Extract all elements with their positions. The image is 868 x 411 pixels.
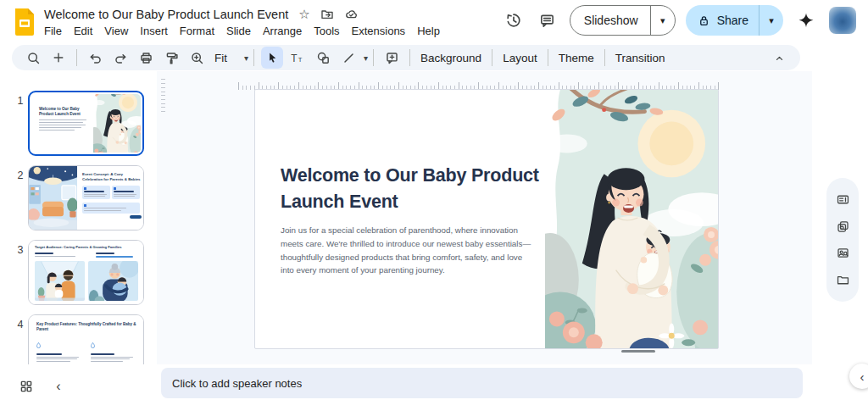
user-avatar[interactable] xyxy=(829,7,856,34)
collapse-toolbar-icon[interactable] xyxy=(768,47,790,69)
menu-help[interactable]: Help xyxy=(411,25,446,37)
slide-title-line1: Welcome to Our Baby Product xyxy=(281,163,552,189)
thumb2-pill xyxy=(130,215,142,219)
svg-text:T: T xyxy=(291,52,297,64)
canvas-scrollbar[interactable] xyxy=(621,350,655,353)
slide-number: 4 xyxy=(14,319,27,330)
gemini-sparkle-icon[interactable] xyxy=(793,8,819,33)
background-button[interactable]: Background xyxy=(415,52,487,64)
slide-canvas: Welcome to Our Baby Product Launch Event… xyxy=(157,71,812,364)
toolbar-divider xyxy=(492,49,492,66)
contact-card-icon[interactable] xyxy=(832,190,853,210)
comment-history-icon[interactable] xyxy=(536,8,559,32)
speaker-notes-input[interactable]: Click to add speaker notes xyxy=(161,368,803,398)
thumb1-illustration xyxy=(93,94,141,153)
slide-number: 1 xyxy=(14,95,27,107)
slide-thumbnail-3[interactable]: Target Audience: Caring Parents & Growin… xyxy=(28,240,144,305)
search-menus-icon[interactable] xyxy=(22,47,44,69)
copies-at-icon[interactable] xyxy=(832,216,853,236)
redo-icon[interactable] xyxy=(109,47,131,69)
fit-caret-icon: ▾ xyxy=(244,53,248,63)
google-slides-app: Welcome to Our Baby Product Launch Event… xyxy=(0,0,868,411)
share-button[interactable]: Share ▾ xyxy=(686,5,783,36)
select-tool-icon[interactable] xyxy=(261,47,283,69)
thumb2-title: Event Concept: A Cozy Celebration for Pa… xyxy=(82,172,142,182)
collapse-side-panel-button[interactable]: ‹ xyxy=(849,364,868,389)
toolbar-divider xyxy=(373,49,374,66)
menu-arrange[interactable]: Arrange xyxy=(257,25,308,37)
thumb3-title: Target Audience: Caring Parents & Growin… xyxy=(35,245,138,249)
slides-logo-icon[interactable] xyxy=(14,7,36,36)
thumb1-title: Welcome to Our Baby Product Launch Event xyxy=(39,107,93,117)
slideshow-dropdown[interactable]: ▾ xyxy=(651,15,675,26)
side-panel xyxy=(826,178,859,302)
text-box-icon[interactable]: TT xyxy=(287,47,309,69)
insert-comment-icon[interactable] xyxy=(381,47,403,69)
toolbar-divider xyxy=(253,49,254,66)
toolbar-divider xyxy=(409,49,410,66)
undo-icon[interactable] xyxy=(84,47,106,69)
vertical-ruler xyxy=(158,78,165,112)
thumb4-title: Key Product Features: Thoughtfully Craft… xyxy=(36,322,136,332)
grid-view-icon[interactable] xyxy=(15,375,37,397)
menu-edit[interactable]: Edit xyxy=(68,25,98,37)
main-area: Welcome to Our Baby Product Launch Event… xyxy=(0,71,868,411)
menu-bar: File Edit View Insert Format Slide Arran… xyxy=(44,23,446,39)
bottom-bar: ‹ Click to add speaker notes xyxy=(0,364,868,411)
slide-filmstrip: 1 Welcome to Our Baby Product Launch Eve… xyxy=(0,71,157,364)
droplet-icon xyxy=(36,342,41,348)
slide-number: 2 xyxy=(14,169,27,181)
menu-insert[interactable]: Insert xyxy=(134,25,174,37)
paint-format-icon[interactable] xyxy=(160,47,182,69)
transition-button[interactable]: Transition xyxy=(610,52,670,64)
cloud-saved-icon[interactable] xyxy=(344,8,359,21)
slide-thumbnail-1[interactable]: Welcome to Our Baby Product Launch Event xyxy=(28,91,144,156)
line-tool-icon[interactable] xyxy=(337,47,359,69)
toolbar-divider xyxy=(76,49,77,66)
collapse-filmstrip-icon[interactable]: ‹ xyxy=(49,377,68,396)
toolbar-divider xyxy=(604,49,605,66)
folder-icon[interactable] xyxy=(832,269,853,290)
slide-number: 3 xyxy=(14,244,27,256)
lock-icon xyxy=(698,14,710,27)
theme-button[interactable]: Theme xyxy=(554,52,599,64)
move-folder-icon[interactable] xyxy=(320,8,334,21)
share-dropdown[interactable]: ▾ xyxy=(760,15,783,26)
line-tool-caret-icon[interactable]: ▾ xyxy=(364,53,368,63)
slide-title-line2: Launch Event xyxy=(281,189,552,215)
zoom-in-icon[interactable] xyxy=(186,47,208,69)
droplet-icon xyxy=(91,342,95,348)
star-icon[interactable]: ☆ xyxy=(298,8,309,20)
mother-baby-illustration[interactable] xyxy=(545,90,718,348)
svg-text:T: T xyxy=(298,55,303,63)
current-slide[interactable]: Welcome to Our Baby Product Launch Event… xyxy=(254,89,719,349)
slide-body-textbox[interactable]: Join us for a special celebration of par… xyxy=(281,224,537,277)
slideshow-button[interactable]: Slideshow ▾ xyxy=(570,5,676,36)
toolbar-divider xyxy=(548,49,548,66)
version-history-icon[interactable] xyxy=(502,8,526,32)
image-search-icon[interactable] xyxy=(832,243,853,264)
layout-button[interactable]: Layout xyxy=(498,52,542,64)
slide-thumbnail-2[interactable]: Event Concept: A Cozy Celebration for Pa… xyxy=(28,165,144,230)
menu-view[interactable]: View xyxy=(98,25,134,37)
toolbar: Fit ▾ TT ▾ Background Layout Theme Trans… xyxy=(12,45,800,70)
slide-title-textbox[interactable]: Welcome to Our Baby Product Launch Event xyxy=(281,163,552,215)
thumb3-grandma-illustration xyxy=(88,261,138,301)
document-title[interactable]: Welcome to Our Baby Product Launch Event xyxy=(44,8,288,21)
menu-extensions[interactable]: Extensions xyxy=(346,25,412,37)
print-icon[interactable] xyxy=(135,47,157,69)
menu-slide[interactable]: Slide xyxy=(220,25,257,37)
menu-tools[interactable]: Tools xyxy=(308,25,345,37)
zoom-fit-select[interactable]: Fit ▾ xyxy=(209,52,248,64)
shape-tool-icon[interactable] xyxy=(312,47,334,69)
new-slide-icon[interactable] xyxy=(47,47,70,69)
thumb2-room-illustration xyxy=(29,166,77,230)
menu-file[interactable]: File xyxy=(44,25,68,37)
menu-format[interactable]: Format xyxy=(174,25,220,37)
top-bar: Welcome to Our Baby Product Launch Event… xyxy=(0,0,868,41)
thumb3-family-illustration xyxy=(35,261,85,301)
